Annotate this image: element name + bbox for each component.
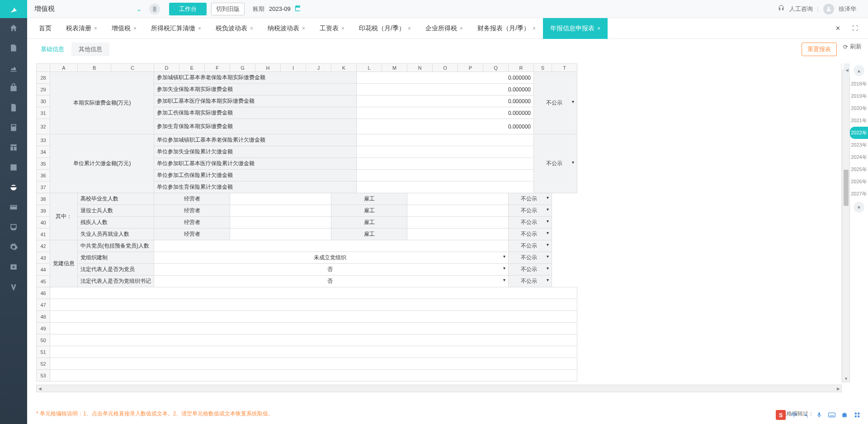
scroll-left-icon[interactable]: ◀	[37, 385, 43, 392]
tab-item[interactable]: 财务报表（月/季）×	[470, 18, 543, 39]
spreadsheet-grid[interactable]: ABCDEFGHIJKLMNOPQRST 28 本期实际缴费金额(万元) 参加城…	[36, 63, 577, 381]
tab-item[interactable]: 年报信息申报表×	[543, 18, 608, 39]
reset-report-button[interactable]: 重置报表	[802, 43, 837, 56]
cell-value[interactable]	[357, 181, 534, 193]
ime-lang-icon[interactable]: 中	[789, 410, 798, 419]
expand-icon[interactable]: ⛶	[849, 23, 861, 34]
subtab-basic[interactable]: 基础信息	[33, 43, 71, 56]
year-item[interactable]: 2022年	[850, 127, 868, 139]
tab-item[interactable]: 所得税汇算清缴×	[144, 18, 208, 39]
close-icon[interactable]: ×	[533, 25, 536, 32]
year-item[interactable]: 2026年	[850, 176, 868, 188]
nav-stamp-icon[interactable]	[0, 157, 27, 177]
nav-calc-icon[interactable]	[0, 118, 27, 138]
cell-value[interactable]	[357, 158, 534, 170]
nav-card-icon[interactable]	[0, 197, 27, 217]
party-org-dropdown[interactable]: 未成立党组织	[154, 252, 509, 264]
horizontal-scrollbar[interactable]: ◀ ▶	[36, 385, 842, 392]
year-down-icon[interactable]: ▼	[854, 202, 864, 213]
year-item[interactable]: 2023年	[850, 139, 868, 151]
nav-report-icon[interactable]	[0, 38, 27, 58]
column-header[interactable]: L	[357, 64, 382, 72]
cell-value[interactable]	[407, 193, 509, 205]
cell-value[interactable]: 0.000000	[357, 84, 534, 95]
doc-circle-icon[interactable]	[149, 4, 160, 14]
visibility-dropdown[interactable]: 不公示	[509, 240, 552, 252]
is-secretary-dropdown[interactable]: 否	[154, 276, 509, 287]
column-header[interactable]: S	[534, 64, 552, 72]
nav-home-icon[interactable]	[0, 18, 27, 38]
column-header[interactable]: F	[205, 64, 230, 72]
close-icon[interactable]: ×	[408, 25, 411, 32]
cell-value[interactable]: 0.000000	[357, 95, 534, 107]
close-icon[interactable]: ×	[94, 25, 97, 32]
nav-video-icon[interactable]	[0, 257, 27, 277]
ime-tools-icon[interactable]	[853, 410, 862, 419]
column-header[interactable]: J	[306, 64, 331, 72]
close-icon[interactable]: ×	[250, 25, 253, 32]
refresh-button[interactable]: ⟳ 刷新	[843, 43, 862, 51]
scroll-right-icon[interactable]: ▶	[835, 385, 841, 392]
app-logo[interactable]	[0, 0, 27, 18]
cell-value[interactable]	[357, 134, 534, 146]
year-item[interactable]: 2021年	[850, 114, 868, 127]
scroll-down-icon[interactable]: ▼	[843, 376, 849, 382]
tab-item[interactable]: 税负波动表×	[208, 18, 260, 39]
visibility-dropdown[interactable]: 不公示	[509, 229, 552, 240]
nav-bag-icon[interactable]	[0, 78, 27, 98]
column-header[interactable]: A	[50, 64, 78, 72]
cell-value[interactable]: 0.000000	[357, 107, 534, 119]
consult-link[interactable]: 人工咨询	[789, 5, 813, 13]
visibility-dropdown[interactable]: 不公示	[509, 217, 552, 229]
column-header[interactable]: M	[382, 64, 407, 72]
close-icon[interactable]: ×	[460, 25, 463, 32]
column-header[interactable]: D	[154, 64, 179, 72]
column-header[interactable]: E	[179, 64, 205, 72]
scroll-thumb[interactable]	[844, 170, 849, 206]
ime-skin-icon[interactable]	[840, 410, 849, 419]
close-icon[interactable]: ×	[341, 25, 344, 32]
nav-bowl-icon[interactable]	[0, 177, 27, 197]
tab-item[interactable]: 纳税波动表×	[260, 18, 312, 39]
close-icon[interactable]: ×	[198, 25, 201, 32]
nav-v-icon[interactable]	[0, 277, 27, 297]
column-header[interactable]: T	[552, 64, 577, 72]
cell-value[interactable]	[154, 240, 509, 252]
column-header[interactable]: K	[331, 64, 357, 72]
year-item[interactable]: 2020年	[850, 102, 868, 114]
is-member-dropdown[interactable]: 否	[154, 264, 509, 276]
column-header[interactable]: O	[433, 64, 458, 72]
close-icon[interactable]: ×	[133, 25, 137, 32]
cell-value[interactable]	[230, 193, 331, 205]
nav-gear-icon[interactable]	[0, 237, 27, 257]
cell-value[interactable]: 0.000000	[357, 72, 534, 84]
year-item[interactable]: 2019年	[850, 90, 868, 102]
year-item[interactable]: 2018年	[850, 78, 868, 90]
close-icon[interactable]: ×	[302, 25, 305, 32]
ime-mic-icon[interactable]	[815, 410, 824, 419]
year-item[interactable]: 2024年	[850, 151, 868, 163]
corner-cell[interactable]	[37, 64, 50, 72]
subtab-other[interactable]: 其他信息	[71, 43, 109, 56]
visibility-dropdown[interactable]: 不公示	[534, 72, 577, 134]
close-all-icon[interactable]: ✕	[832, 23, 844, 34]
column-header[interactable]: B	[78, 64, 111, 72]
switch-old-button[interactable]: 切到旧版	[211, 3, 245, 15]
ime-logo-icon[interactable]: S	[776, 410, 786, 420]
visibility-dropdown[interactable]: 不公示	[534, 134, 577, 193]
visibility-dropdown[interactable]: 不公示	[509, 252, 552, 264]
tab-item[interactable]: 企业所得税×	[418, 18, 470, 39]
tab-item[interactable]: 工资表×	[312, 18, 352, 39]
year-item[interactable]: 2027年	[850, 188, 868, 200]
tab-item[interactable]: 税表清册×	[59, 18, 104, 39]
visibility-dropdown[interactable]: 不公示	[509, 276, 552, 287]
column-header[interactable]: N	[407, 64, 433, 72]
visibility-dropdown[interactable]: 不公示	[509, 264, 552, 276]
nav-template-icon[interactable]	[0, 138, 27, 157]
year-item[interactable]: 2025年	[850, 163, 868, 176]
column-header[interactable]: Q	[483, 64, 509, 72]
cell-value[interactable]	[357, 146, 534, 158]
tab-item[interactable]: 首页	[32, 18, 59, 39]
column-header[interactable]: I	[281, 64, 306, 72]
ime-keyboard-icon[interactable]	[827, 410, 836, 419]
